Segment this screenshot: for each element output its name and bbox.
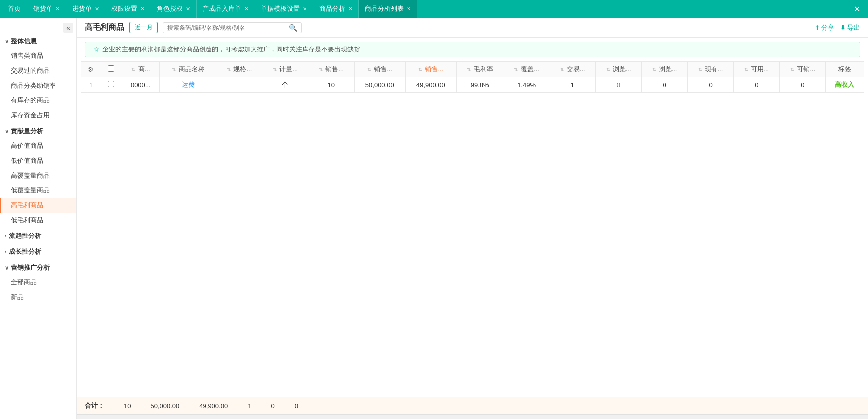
col-tag[interactable]: 标签 [825, 62, 864, 77]
tab-close-sales-order[interactable]: ✕ [55, 6, 60, 12]
tab-sales-order[interactable]: 销货单 ✕ [27, 0, 66, 18]
sidebar-item-sales-goods[interactable]: 销售类商品 [0, 48, 76, 63]
browse1-link[interactable]: 0 [617, 81, 620, 89]
row-browse1[interactable]: 0 [596, 77, 642, 93]
sidebar-group-trend[interactable]: › 流趋性分析 [0, 229, 76, 243]
tab-close-product-inbound[interactable]: ✕ [244, 6, 249, 12]
sidebar-item-traded-goods[interactable]: 交易过的商品 [0, 63, 76, 78]
horizontal-scrollbar[interactable] [77, 414, 868, 419]
row-code: 0000... [121, 77, 160, 93]
sidebar-item-stock-capital[interactable]: 库存资金占用 [0, 108, 76, 123]
tab-product-inbound[interactable]: 产成品入库单 ✕ [197, 0, 255, 18]
col-sales-cost[interactable]: ⇅ 销售... [405, 62, 456, 77]
col-code[interactable]: ⇅ 商... [121, 62, 160, 77]
sort-icon-transaction[interactable]: ⇅ [560, 67, 564, 72]
col-current-stock[interactable]: ⇅ 现有... [688, 62, 734, 77]
col-gross-margin[interactable]: ⇅ 毛利率 [456, 62, 504, 77]
col-browse2[interactable]: ⇅ 浏览... [642, 62, 688, 77]
sort-icon-gross-margin[interactable]: ⇅ [467, 67, 471, 72]
search-icon[interactable]: 🔍 [289, 24, 297, 32]
sort-icon-sales-qty[interactable]: ⇅ [319, 67, 323, 72]
sort-icon-name[interactable]: ⇅ [172, 67, 176, 72]
tab-product-analysis[interactable]: 商品分析 ✕ [313, 0, 359, 18]
tab-close-product-analysis-list[interactable]: ✕ [407, 6, 411, 12]
row-transaction: 1 [550, 77, 596, 93]
sidebar-item-new-goods[interactable]: 新品 [0, 290, 76, 305]
tab-close-role-auth[interactable]: ✕ [186, 6, 190, 12]
footer-sales-amount: 50,000.00 [151, 402, 179, 410]
col-settings[interactable]: ⚙ [81, 62, 101, 77]
select-all-checkbox[interactable] [108, 65, 114, 72]
tab-homepage[interactable]: 首页 [2, 0, 27, 18]
col-sales-amount[interactable]: ⇅ 销售... [354, 62, 405, 77]
tab-role-auth[interactable]: 角色授权 ✕ [151, 0, 197, 18]
search-box[interactable]: 🔍 [163, 22, 302, 33]
sidebar-item-high-margin[interactable]: 高毛利商品 [0, 198, 76, 213]
col-checkbox[interactable] [101, 62, 121, 77]
col-available-stock[interactable]: ⇅ 可用... [734, 62, 780, 77]
col-coverage[interactable]: ⇅ 覆盖... [504, 62, 550, 77]
sort-icon-spec[interactable]: ⇅ [227, 67, 231, 72]
row-checkbox-cell[interactable] [101, 77, 121, 93]
export-button[interactable]: ⬇ 导出 [840, 23, 860, 32]
sort-icon-unit[interactable]: ⇅ [273, 67, 277, 72]
sort-icon-coverage[interactable]: ⇅ [514, 67, 518, 72]
header-actions: ⬆ 分享 ⬇ 导出 [815, 23, 860, 32]
sidebar-group-marketing[interactable]: ∨ 营销推广分析 [0, 260, 76, 275]
sort-icon-available-stock[interactable]: ⇅ [744, 67, 748, 72]
sort-icon-code[interactable]: ⇅ [131, 67, 135, 72]
sidebar-item-low-value[interactable]: 低价值商品 [0, 153, 76, 168]
sidebar-item-high-coverage[interactable]: 高覆盖量商品 [0, 168, 76, 183]
arrow-icon-trend: › [5, 233, 7, 239]
col-sales-qty[interactable]: ⇅ 销售... [308, 62, 354, 77]
col-name[interactable]: ⇅ 商品名称 [160, 62, 216, 77]
col-spec[interactable]: ⇅ 规格... [216, 62, 262, 77]
sidebar-item-all-goods[interactable]: 全部商品 [0, 275, 76, 290]
sort-icon-saleable-stock[interactable]: ⇅ [790, 67, 794, 72]
tab-close-permission-settings[interactable]: ✕ [140, 6, 145, 12]
col-browse1[interactable]: ⇅ 浏览... [596, 62, 642, 77]
search-input[interactable] [167, 24, 289, 31]
sort-icon-browse2[interactable]: ⇅ [652, 67, 656, 72]
sidebar-item-high-value[interactable]: 高价值商品 [0, 139, 76, 153]
tab-close-product-analysis[interactable]: ✕ [348, 6, 353, 12]
content-header: 高毛利商品 近一月 🔍 ⬆ 分享 ⬇ 导出 [77, 18, 868, 38]
share-button[interactable]: ⬆ 分享 [815, 23, 834, 32]
sort-icon-current-stock[interactable]: ⇅ [698, 67, 702, 72]
tab-close-purchase-order[interactable]: ✕ [95, 6, 99, 12]
row-checkbox[interactable] [108, 81, 114, 87]
sort-icon-sales-cost[interactable]: ⇅ [418, 67, 422, 72]
sidebar-section-growth: › 成长性分析 [0, 244, 76, 259]
sidebar-group-contribution[interactable]: ∨ 贡献量分析 [0, 124, 76, 139]
sidebar-group-overall[interactable]: ∨ 整体信息 [0, 34, 76, 48]
tab-close-template-settings[interactable]: ✕ [303, 6, 307, 12]
sidebar-section-overall: ∨ 整体信息 销售类商品 交易过的商品 商品分类助销率 有库存的商品 库存资金占… [0, 34, 76, 123]
sidebar-collapse-button[interactable]: « [63, 23, 73, 33]
col-unit[interactable]: ⇅ 计量... [262, 62, 308, 77]
tab-template-settings[interactable]: 单据模板设置 ✕ [255, 0, 313, 18]
filter-recent-month-button[interactable]: 近一月 [129, 22, 158, 33]
table-wrapper[interactable]: ⚙ ⇅ 商... ⇅ 商品名称 [77, 61, 868, 397]
col-transaction[interactable]: ⇅ 交易... [550, 62, 596, 77]
window-close-button[interactable]: ✕ [848, 4, 866, 14]
notice-text: 企业的主要的利润都是这部分商品创造的，可考虑加大推广，同时关注库存是不要出现缺货 [102, 45, 360, 54]
footer-saleable-stock: 0 [295, 402, 298, 410]
tab-purchase-order[interactable]: 进货单 ✕ [66, 0, 105, 18]
sidebar-item-in-stock[interactable]: 有库存的商品 [0, 93, 76, 108]
settings-icon[interactable]: ⚙ [88, 66, 94, 73]
sidebar-item-low-margin[interactable]: 低毛利商品 [0, 213, 76, 228]
tab-product-analysis-list[interactable]: 商品分析列表 ✕ [359, 0, 417, 18]
sidebar-item-low-coverage[interactable]: 低覆盖量商品 [0, 183, 76, 198]
tab-permission-settings[interactable]: 权限设置 ✕ [105, 0, 151, 18]
row-gross-margin: 99.8% [456, 77, 504, 93]
row-name[interactable]: 运费 [160, 77, 216, 93]
sidebar-item-category-rate[interactable]: 商品分类助销率 [0, 78, 76, 93]
row-saleable-stock: 0 [779, 77, 825, 93]
row-current-stock: 0 [688, 77, 734, 93]
sidebar-section-contribution: ∨ 贡献量分析 高价值商品 低价值商品 高覆盖量商品 低覆盖量商品 高毛利商品 … [0, 124, 76, 228]
sidebar-group-growth[interactable]: › 成长性分析 [0, 244, 76, 259]
col-saleable-stock[interactable]: ⇅ 可销... [779, 62, 825, 77]
footer-bar: 合计： 10 50,000.00 49,900.00 1 0 0 [77, 397, 868, 414]
sort-icon-sales-amount[interactable]: ⇅ [367, 67, 371, 72]
sort-icon-browse1[interactable]: ⇅ [606, 67, 610, 72]
